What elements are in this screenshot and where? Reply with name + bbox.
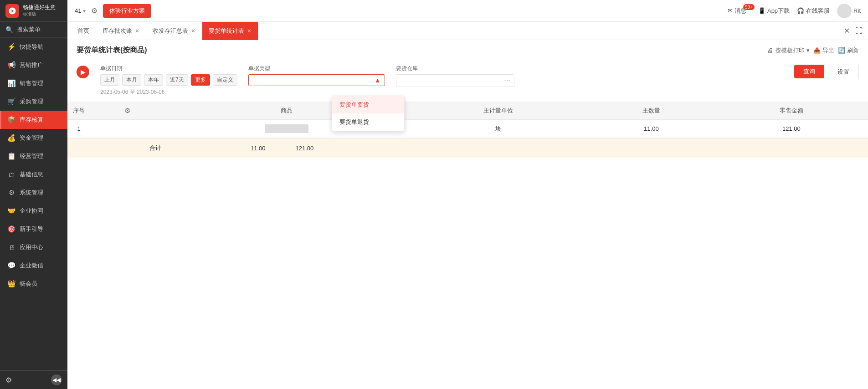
export-label: 导出 xyxy=(822,46,834,55)
sidebar-item-purchase[interactable]: 🛒 采购管理 xyxy=(0,92,67,111)
warehouse-filter-input-box[interactable]: ··· xyxy=(396,74,514,87)
app-center-icon: 🖥 xyxy=(7,243,16,252)
store-number: 41 xyxy=(75,7,81,14)
purchase-icon: 🛒 xyxy=(7,97,16,106)
tab-receive-summary-label: 收发存汇总表 xyxy=(153,27,188,35)
sidebar-item-system[interactable]: ⚙ 系统管理 xyxy=(0,184,67,202)
sidebar-item-label: 基础信息 xyxy=(20,170,43,179)
table-settings-icon[interactable]: ⚙ xyxy=(124,107,130,114)
type-filter-input[interactable] xyxy=(252,77,375,84)
tabbar: 首页 库存批次账 ✕ 收发存汇总表 ✕ 要货单统计表 ✕ ✕ ⛶ xyxy=(67,22,868,40)
messages-badge: 99+ xyxy=(743,4,755,10)
dropdown-item-requisition[interactable]: 要货单要货 xyxy=(332,96,404,113)
sidebar-item-label: 应用中心 xyxy=(20,243,43,251)
sidebar-item-label: 销售管理 xyxy=(20,79,43,87)
search-label: 搜索菜单 xyxy=(17,26,41,34)
date-filter-group: 单据日期 上月 本月 本年 近7天 更多 自定义 2023-05-06 至 20… xyxy=(100,65,237,96)
date-btn-this-year[interactable]: 本年 xyxy=(144,74,163,86)
system-icon: ⚙ xyxy=(7,188,16,197)
sales-icon: 📊 xyxy=(7,79,16,88)
tab-home-label: 首页 xyxy=(77,27,89,35)
warehouse-more-icon[interactable]: ··· xyxy=(504,77,510,85)
table-footer: 合计 11.00 121.00 xyxy=(67,138,868,158)
tab-home[interactable]: 首页 xyxy=(71,22,96,40)
date-btn-this-month[interactable]: 本月 xyxy=(122,74,141,86)
tab-receive-summary-close[interactable]: ✕ xyxy=(191,28,195,34)
col-unit: 主计量单位 xyxy=(408,102,588,120)
user-avatar-btn[interactable]: Rit xyxy=(837,4,861,18)
table-header-row: 序号 ⚙ 商品 主计量单位 主数量 零售金额 xyxy=(67,102,868,120)
topbar-settings-icon[interactable]: ⚙ xyxy=(91,6,98,15)
tab-requisition-stats-label: 要货单统计表 xyxy=(209,27,244,35)
sidebar-item-guide[interactable]: 🎯 新手引导 xyxy=(0,220,67,238)
app-version: 标准版 xyxy=(23,11,56,17)
date-btn-7days[interactable]: 近7天 xyxy=(166,74,188,86)
settings-bottom-icon[interactable]: ⚙ xyxy=(5,376,12,384)
date-btn-last-month[interactable]: 上月 xyxy=(100,74,119,86)
data-table: 序号 ⚙ 商品 主计量单位 主数量 零售金额 1 xyxy=(67,102,868,138)
tab-receive-summary[interactable]: 收发存汇总表 ✕ xyxy=(146,22,202,40)
sidebar-item-quick-nav[interactable]: ⚡ 快捷导航 xyxy=(0,38,67,56)
maximize-btn[interactable]: ⛶ xyxy=(853,25,864,37)
refresh-btn[interactable]: 🔄 刷新 xyxy=(838,46,859,55)
print-template-btn[interactable]: 🖨 按模板打印 ▾ xyxy=(767,46,810,55)
date-filter-label: 单据日期 xyxy=(100,65,237,72)
type-dropdown-overlay: 要货单要货 要货单退货 xyxy=(332,96,405,131)
close-all-tabs-btn[interactable]: ✕ xyxy=(842,25,852,37)
quick-nav-icon: ⚡ xyxy=(7,42,16,51)
dropdown-item-return[interactable]: 要货单退货 xyxy=(332,113,404,131)
app-logo: 畅捷通好生意 标准版 xyxy=(0,0,67,22)
page-actions: 🖨 按模板打印 ▾ 📤 导出 🔄 刷新 xyxy=(767,46,859,55)
tab-requisition-stats-close[interactable]: ✕ xyxy=(247,28,252,34)
sidebar-item-operations[interactable]: 📋 经营管理 xyxy=(0,147,67,165)
type-filter-input-box[interactable]: ▲ xyxy=(248,74,385,86)
warehouse-filter-group: 要货仓库 ··· xyxy=(396,65,514,87)
cell-qty: 11.00 xyxy=(588,120,715,138)
date-btn-custom[interactable]: 自定义 xyxy=(213,74,237,86)
sidebar-item-basic[interactable]: 🗂 基础信息 xyxy=(0,165,67,184)
trial-btn[interactable]: 体验行业方案 xyxy=(103,4,151,18)
finance-icon: 💰 xyxy=(7,133,16,143)
filter-expand-btn[interactable]: ▶ xyxy=(77,66,89,78)
date-options-row: 上月 本月 本年 近7天 更多 自定义 xyxy=(100,74,237,86)
sidebar-item-label: 畅会员 xyxy=(20,280,37,288)
basic-icon: 🗂 xyxy=(7,170,16,179)
sidebar-item-member[interactable]: 👑 畅会员 xyxy=(0,275,67,293)
cell-amount: 121.00 xyxy=(715,120,868,138)
sidebar-item-marketing[interactable]: 📢 营销推广 xyxy=(0,56,67,74)
page-content: 要货单统计表(按商品) 🖨 按模板打印 ▾ 📤 导出 🔄 刷新 ▶ xyxy=(67,40,868,389)
sidebar: 畅捷通好生意 标准版 🔍 搜索菜单 ⚡ 快捷导航 📢 营销推广 📊 销售管理 🛒… xyxy=(0,0,67,389)
message-icon: ✉ xyxy=(728,7,733,14)
type-dropdown-arrow[interactable]: ▲ xyxy=(375,77,381,84)
cell-seq: 1 xyxy=(67,120,90,138)
user-avatar xyxy=(837,4,852,18)
sidebar-item-app-center[interactable]: 🖥 应用中心 xyxy=(0,238,67,256)
collapse-sidebar-btn[interactable]: ◀◀ xyxy=(51,374,62,385)
messages-btn[interactable]: ✉ 消息 99+ xyxy=(728,7,751,15)
sidebar-item-enterprise[interactable]: 🤝 企业协同 xyxy=(0,202,67,220)
warehouse-filter-input[interactable] xyxy=(400,77,504,84)
date-btn-more[interactable]: 更多 xyxy=(191,74,210,86)
sidebar-item-sales[interactable]: 📊 销售管理 xyxy=(0,74,67,92)
online-service-label: 在线客服 xyxy=(806,7,830,15)
store-selector[interactable]: 41 ▾ xyxy=(75,7,86,14)
sidebar-item-label: 新手引导 xyxy=(20,225,43,233)
sidebar-item-label: 系统管理 xyxy=(20,189,43,197)
filter-settings-btn[interactable]: 设置 xyxy=(828,65,859,79)
online-service-btn[interactable]: 🎧 在线客服 xyxy=(797,7,830,15)
type-filter-label: 单据类型 xyxy=(248,65,385,72)
app-download-btn[interactable]: 📱 App下载 xyxy=(758,7,790,15)
sidebar-search[interactable]: 🔍 搜索菜单 xyxy=(0,22,67,38)
tab-inventory-batch-close[interactable]: ✕ xyxy=(135,28,139,34)
sidebar-item-finance[interactable]: 💰 资金管理 xyxy=(0,129,67,147)
filter-bar: ▶ 单据日期 上月 本月 本年 近7天 更多 自定义 2023-05-06 至 … xyxy=(67,59,868,102)
export-btn[interactable]: 📤 导出 xyxy=(813,46,834,55)
inventory-icon: 📦 xyxy=(7,115,16,124)
tab-requisition-stats[interactable]: 要货单统计表 ✕ xyxy=(202,22,258,40)
col-seq: 序号 xyxy=(67,102,90,120)
sidebar-item-wechat[interactable]: 💬 企业微信 xyxy=(0,256,67,275)
enterprise-icon: 🤝 xyxy=(7,206,16,215)
tab-inventory-batch[interactable]: 库存批次账 ✕ xyxy=(96,22,146,40)
query-btn[interactable]: 查询 xyxy=(794,65,824,78)
sidebar-item-inventory[interactable]: 📦 库存核算 xyxy=(0,111,67,129)
